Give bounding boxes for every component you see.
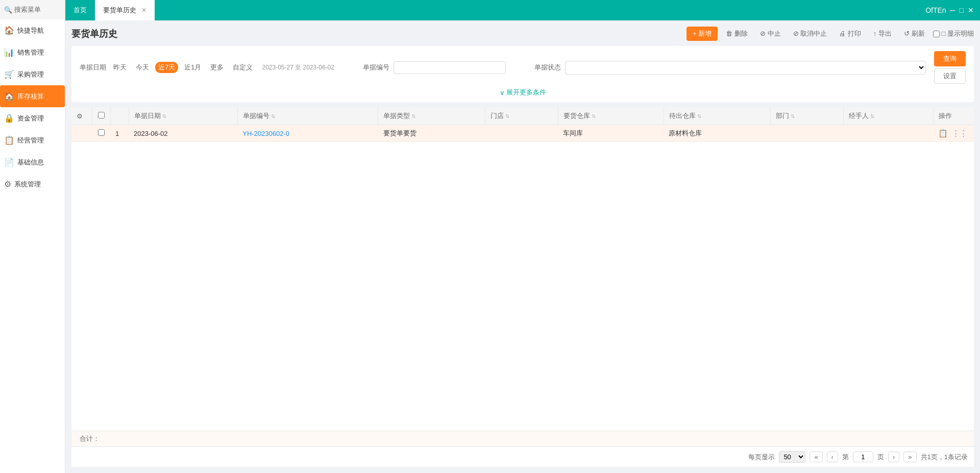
main-area: 首页 要货单历史 ✕ OfTEn ─ □ ✕ 要货单历史 + 新增 🗑 删除 ⊘… <box>65 0 980 473</box>
new-button[interactable]: + 新增 <box>687 27 718 41</box>
sort-icon: ⇅ <box>870 113 874 119</box>
col-action-label: 操作 <box>939 112 952 120</box>
sidebar-item-label: 库存核算 <box>17 92 44 101</box>
export-button[interactable]: ↑ 导出 <box>869 27 896 41</box>
select-all-checkbox[interactable] <box>98 112 105 119</box>
settings-icon[interactable]: ⚙ <box>77 112 83 120</box>
col-doc-date[interactable]: 单据日期 ⇅ <box>129 107 237 125</box>
minimize-icon[interactable]: ─ <box>950 6 955 14</box>
last-page-button[interactable]: » <box>903 452 916 462</box>
col-handler[interactable]: 经手人 ⇅ <box>844 107 933 125</box>
status-select[interactable] <box>565 61 926 75</box>
col-department[interactable]: 部门 ⇅ <box>771 107 844 125</box>
sidebar-item-label: 系统管理 <box>14 180 41 189</box>
sidebar-item-system[interactable]: ⚙ 系统管理 <box>0 173 65 195</box>
sort-icon: ⇅ <box>791 113 795 119</box>
date-opt-yesterday[interactable]: 昨天 <box>110 62 130 73</box>
display-detail-label: □ 显示明细 <box>942 29 974 38</box>
per-page-select[interactable]: 20 50 100 <box>779 451 805 463</box>
row-doc-type: 要货单要货 <box>383 129 416 137</box>
row-doc-number-cell: YH-20230602-0 <box>237 125 378 142</box>
page-label: 页 <box>877 453 884 462</box>
edit-icon[interactable]: 📋 <box>938 129 948 138</box>
stop-button[interactable]: ⊘ 中止 <box>756 27 785 41</box>
document-icon: 📄 <box>4 157 14 167</box>
row-seq-cell: 1 <box>110 125 129 142</box>
more-icon[interactable]: ⋮⋮ <box>952 129 967 138</box>
tab-close-icon[interactable]: ✕ <box>141 7 146 14</box>
col-handler-label: 经手人 <box>849 111 869 121</box>
sidebar-item-purchase[interactable]: 🛒 采购管理 <box>0 63 65 85</box>
print-button[interactable]: 🖨 打印 <box>835 27 865 41</box>
row-actions: 📋 ⋮⋮ <box>938 129 969 138</box>
chevron-down-icon: ∨ <box>500 89 505 97</box>
row-doc-number-link[interactable]: YH-20230602-0 <box>242 130 289 137</box>
sort-icon: ⇅ <box>505 113 509 119</box>
col-pending-warehouse[interactable]: 待出仓库 ⇅ <box>664 107 771 125</box>
pagination-bar: 每页显示 20 50 100 « ‹ 第 页 › » 共1页，1条记录 <box>71 446 974 467</box>
sort-icon: ⇅ <box>162 113 166 119</box>
sidebar-search[interactable]: 🔍 搜索菜单 <box>0 0 65 19</box>
row-seq: 1 <box>115 130 119 137</box>
sidebar-item-quick-nav[interactable]: 🏠 快捷导航 <box>0 19 65 41</box>
delete-button[interactable]: 🗑 删除 <box>722 27 752 41</box>
sort-icon: ⇅ <box>592 113 596 119</box>
filter-settings-button[interactable]: 设置 <box>934 68 966 84</box>
next-page-button[interactable]: › <box>888 452 899 462</box>
chart-icon: 📊 <box>4 48 14 57</box>
first-page-button[interactable]: « <box>810 452 822 462</box>
col-action: 操作 <box>933 107 974 125</box>
col-store-label: 门店 <box>491 111 504 121</box>
display-detail-checkbox[interactable] <box>933 31 940 37</box>
row-doc-date-cell: 2023-06-02 <box>129 125 237 142</box>
tab-order-history[interactable]: 要货单历史 ✕ <box>95 0 155 20</box>
table-header-row: ⚙ 单据日期 ⇅ <box>71 107 974 125</box>
sidebar-item-operations[interactable]: 📋 经营管理 <box>0 129 65 151</box>
expand-button[interactable]: ∨ 展开更多条件 <box>500 88 546 97</box>
top-bar: 首页 要货单历史 ✕ OfTEn ─ □ ✕ <box>65 0 980 20</box>
page-number-input[interactable] <box>853 452 873 462</box>
table-row: 1 2023-06-02 YH-20230602-0 要货单要货 <box>71 125 974 142</box>
date-opt-custom[interactable]: 自定义 <box>230 62 256 73</box>
col-store[interactable]: 门店 ⇅ <box>485 107 558 125</box>
sidebar: 🔍 搜索菜单 🏠 快捷导航 📊 销售管理 🛒 采购管理 🏠 库存核算 🔒 资金管… <box>0 0 65 473</box>
date-opt-more[interactable]: 更多 <box>207 62 227 73</box>
date-opt-today[interactable]: 今天 <box>133 62 152 73</box>
close-icon[interactable]: ✕ <box>968 6 974 14</box>
inventory-icon: 🏠 <box>4 91 14 101</box>
sidebar-item-label: 基础信息 <box>17 158 44 167</box>
date-opt-7days[interactable]: 近7天 <box>155 62 178 73</box>
maximize-icon[interactable]: □ <box>960 6 964 14</box>
sidebar-item-basic-info[interactable]: 📄 基础信息 <box>0 151 65 173</box>
col-request-warehouse[interactable]: 要货仓库 ⇅ <box>558 107 664 125</box>
row-request-warehouse-cell: 车间库 <box>558 125 664 142</box>
sidebar-item-sales[interactable]: 📊 销售管理 <box>0 41 65 63</box>
sort-icon: ⇅ <box>697 113 701 119</box>
date-options: 昨天 今天 近7天 近1月 更多 自定义 <box>110 62 256 73</box>
sidebar-item-inventory[interactable]: 🏠 库存核算 <box>0 85 65 107</box>
query-button[interactable]: 查询 <box>934 51 966 66</box>
date-opt-1month[interactable]: 近1月 <box>181 62 204 73</box>
row-checkbox[interactable] <box>98 129 105 136</box>
doc-number-input[interactable] <box>394 61 506 74</box>
sidebar-item-label: 销售管理 <box>17 48 44 57</box>
cancel-stop-button[interactable]: ⊘ 取消中止 <box>789 27 831 41</box>
col-settings[interactable]: ⚙ <box>71 107 92 125</box>
col-doc-number[interactable]: 单据编号 ⇅ <box>237 107 378 125</box>
date-filter-group: 单据日期 昨天 今天 近7天 近1月 更多 自定义 2023-05-27 至 2… <box>80 62 334 73</box>
refresh-button[interactable]: ↺ 刷新 <box>900 27 929 41</box>
per-page-label: 每页显示 <box>748 453 775 462</box>
sidebar-item-label: 快捷导航 <box>17 26 44 35</box>
toolbar: + 新增 🗑 删除 ⊘ 中止 ⊘ 取消中止 🖨 打印 ↑ 导出 ↺ 刷新 □ 显… <box>687 27 974 41</box>
tab-home[interactable]: 首页 <box>65 0 95 20</box>
page-title: 要货单历史 <box>71 28 117 40</box>
sidebar-search-label: 搜索菜单 <box>14 5 41 14</box>
page-header: 要货单历史 + 新增 🗑 删除 ⊘ 中止 ⊘ 取消中止 🖨 打印 ↑ 导出 ↺ … <box>71 27 974 41</box>
col-doc-type[interactable]: 单据类型 ⇅ <box>378 107 485 125</box>
display-detail-toggle[interactable]: □ 显示明细 <box>933 29 974 38</box>
page-jump-label: 第 <box>842 453 849 462</box>
row-settings-cell <box>71 125 92 142</box>
sidebar-item-finance[interactable]: 🔒 资金管理 <box>0 107 65 129</box>
status-label: 单据状态 <box>534 63 561 72</box>
prev-page-button[interactable]: ‹ <box>827 452 838 462</box>
